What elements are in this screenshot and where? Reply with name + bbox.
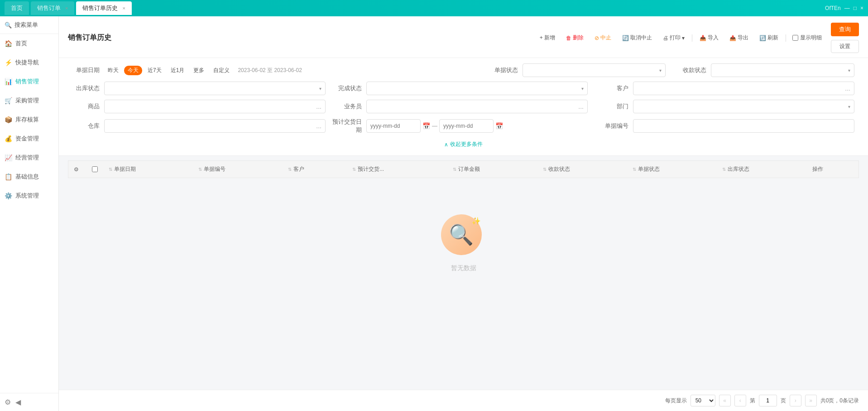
th-gear[interactable]: ⚙ <box>68 161 86 178</box>
toolbar: + 新增 🗑 删除 ⊘ 中止 🔄 取消中止 🖨 打印 ▾ <box>535 23 859 53</box>
tab-sales-order[interactable]: 销售订单 × <box>31 1 74 15</box>
sidebar-item-purchase[interactable]: 🛒 采购管理 <box>0 91 58 110</box>
purchase-icon: 🛒 <box>5 97 12 104</box>
payment-status-select[interactable]: ▾ <box>711 63 854 77</box>
display-detail-checkbox[interactable] <box>792 35 798 41</box>
page-input[interactable]: 1 <box>759 395 777 406</box>
customer-dots[interactable]: ... <box>845 85 850 92</box>
collapse-sidebar-icon[interactable]: ◀ <box>15 398 21 406</box>
department-label: 部门 <box>597 102 633 111</box>
settings-button[interactable]: 设置 <box>831 40 859 53</box>
th-payment-status[interactable]: 收款状态 <box>537 161 627 178</box>
sidebar-item-basic-info-label: 基础信息 <box>15 173 39 181</box>
date-btn-7days[interactable]: 近7天 <box>144 65 165 76</box>
payment-status-arrow: ▾ <box>848 68 850 73</box>
goods-label: 商品 <box>68 102 104 111</box>
th-operation: 操作 <box>807 161 859 178</box>
warehouse-group: 仓库 ... <box>68 119 326 133</box>
th-bill-number[interactable]: 单据编号 <box>193 161 283 178</box>
sidebar-search[interactable]: 🔍 搜索菜单 <box>0 16 58 34</box>
new-button[interactable]: + 新增 <box>535 32 560 44</box>
settings-bottom-icon[interactable]: ⚙ <box>5 398 11 406</box>
refresh-button[interactable]: 🔃 刷新 <box>755 32 783 44</box>
completion-status-group: 完成状态 ▾ <box>326 82 592 95</box>
collapse-btn[interactable]: ∧ 收起更多条件 <box>444 139 483 150</box>
import-icon: 📥 <box>700 35 706 41</box>
total-info: 共0页，0条记录 <box>820 397 859 405</box>
warehouse-select[interactable]: ... <box>104 119 326 133</box>
tab-sales-order-history[interactable]: 销售订单历史 × <box>76 1 131 15</box>
display-detail-checkbox-label[interactable]: 显示明细 <box>789 32 825 44</box>
date-range-text: 2023-06-02 至 2023-06-02 <box>238 67 302 74</box>
date-btn-more[interactable]: 更多 <box>190 65 208 76</box>
th-order-amount[interactable]: 订单金额 <box>447 161 537 178</box>
sidebar-item-quick-nav-label: 快捷导航 <box>15 58 39 67</box>
first-page-btn[interactable]: « <box>719 395 731 406</box>
department-group: 部门 ▾ <box>592 100 859 113</box>
outbound-status-select[interactable]: ▾ <box>104 82 326 95</box>
completion-status-select[interactable]: ▾ <box>366 82 588 95</box>
sidebar-item-operations[interactable]: 📈 经营管理 <box>0 148 58 167</box>
last-page-btn[interactable]: » <box>805 395 817 406</box>
sidebar-item-sales[interactable]: 📊 销售管理 <box>0 72 58 91</box>
tab-sales-order-history-close[interactable]: × <box>122 5 125 11</box>
date-separator: — <box>432 123 437 129</box>
date-btn-1month[interactable]: 近1月 <box>167 65 188 76</box>
next-page-btn[interactable]: › <box>790 395 801 406</box>
date-btn-custom[interactable]: 自定义 <box>210 65 233 76</box>
prev-page-btn[interactable]: ‹ <box>734 395 746 406</box>
filter-row-3: 商品 ... 业务员 ... 部门 <box>68 100 859 113</box>
sidebar-item-finance[interactable]: 💰 资金管理 <box>0 129 58 148</box>
sidebar-item-inventory-label: 库存核算 <box>15 116 39 124</box>
date-input-wrap: 📅 — 📅 <box>366 119 588 133</box>
payment-status-label: 收款状态 <box>675 66 711 74</box>
th-outbound-status[interactable]: 出库状态 <box>717 161 806 178</box>
sales-icon: 📊 <box>5 78 12 85</box>
page-label-prefix: 第 <box>750 397 755 405</box>
stop-button[interactable]: ⊘ 中止 <box>590 32 616 44</box>
th-expected-delivery[interactable]: 预计交货... <box>347 161 447 178</box>
sidebar-item-quick-nav[interactable]: ⚡ 快捷导航 <box>0 53 58 72</box>
bill-status-select[interactable]: ▾ <box>523 63 666 77</box>
goods-select[interactable]: ... <box>104 100 326 113</box>
salesperson-dots[interactable]: ... <box>578 103 584 110</box>
basic-info-icon: 📋 <box>5 173 12 180</box>
expected-delivery-start-input[interactable] <box>366 119 421 133</box>
calendar-end-icon[interactable]: 📅 <box>495 122 503 130</box>
refresh-icon: 🔃 <box>759 35 766 41</box>
select-all-checkbox[interactable] <box>92 166 98 172</box>
query-button[interactable]: 查询 <box>831 23 859 36</box>
warehouse-dots[interactable]: ... <box>316 122 321 130</box>
display-detail-label: 显示明细 <box>800 34 822 42</box>
sidebar-item-system[interactable]: ⚙️ 系统管理 <box>0 186 58 205</box>
customer-group: 客户 ... <box>592 82 859 95</box>
bill-number-input[interactable] <box>633 119 854 133</box>
sidebar-item-basic-info[interactable]: 📋 基础信息 <box>0 167 58 186</box>
close-btn[interactable]: × <box>860 5 863 11</box>
date-btn-yesterday[interactable]: 昨天 <box>104 65 122 76</box>
sidebar-item-inventory[interactable]: 📦 库存核算 <box>0 110 58 129</box>
th-customer[interactable]: 客户 <box>283 161 347 178</box>
tab-home[interactable]: 首页 <box>5 1 29 15</box>
sidebar-item-home[interactable]: 🏠 首页 <box>0 34 58 53</box>
date-btn-today[interactable]: 今天 <box>124 66 142 75</box>
import-button[interactable]: 📥 导入 <box>695 32 723 44</box>
query-settings-group: 查询 设置 <box>831 23 859 53</box>
department-select[interactable]: ▾ <box>633 100 854 113</box>
sidebar-item-operations-label: 经营管理 <box>15 154 39 162</box>
customer-select[interactable]: ... <box>633 82 854 95</box>
delete-button[interactable]: 🗑 删除 <box>561 32 588 44</box>
goods-dots[interactable]: ... <box>316 103 321 110</box>
expected-delivery-end-input[interactable] <box>439 119 494 133</box>
print-button[interactable]: 🖨 打印 ▾ <box>658 32 689 44</box>
export-button[interactable]: 📤 导出 <box>725 32 753 44</box>
th-bill-date[interactable]: 单据日期 <box>103 161 193 178</box>
calendar-start-icon[interactable]: 📅 <box>422 122 430 130</box>
minimize-btn[interactable]: — <box>844 5 850 11</box>
tab-sales-order-close[interactable]: × <box>65 5 68 11</box>
per-page-select[interactable]: 10 20 50 100 <box>691 395 715 406</box>
salesperson-select[interactable]: ... <box>366 100 588 113</box>
maximize-btn[interactable]: □ <box>854 5 857 11</box>
th-bill-status[interactable]: 单据状态 <box>627 161 717 178</box>
cancel-stop-button[interactable]: 🔄 取消中止 <box>618 32 657 44</box>
